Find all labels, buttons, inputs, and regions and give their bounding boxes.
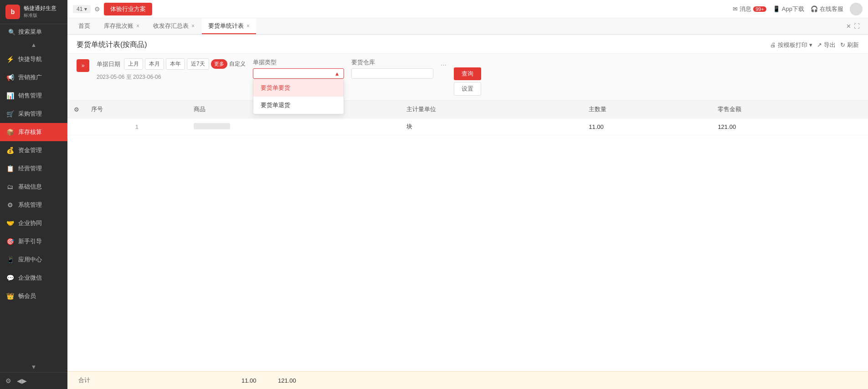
sidebar-search[interactable]: 🔍 搜索菜单 bbox=[0, 24, 67, 40]
cell-num: 1 bbox=[86, 118, 188, 135]
tab-receive-summary-close[interactable]: × bbox=[191, 23, 195, 29]
search-icon: 🔍 bbox=[8, 29, 15, 36]
type-filter-group: 单据类型 ▲ 要货单要货 要货单退货 bbox=[253, 58, 344, 79]
dropdown-item-order-return[interactable]: 要货单退货 bbox=[253, 97, 344, 114]
filter-expand-button[interactable]: » bbox=[77, 59, 89, 72]
sidebar-item-base-info[interactable]: 🗂 基础信息 bbox=[0, 178, 67, 196]
sidebar-item-sales[interactable]: 📊 销售管理 bbox=[0, 87, 67, 105]
purchase-icon: 🛒 bbox=[5, 109, 15, 118]
sidebar-item-purchase[interactable]: 🛒 采购管理 bbox=[0, 105, 67, 123]
sidebar-item-cooperation[interactable]: 🤝 企业协同 bbox=[0, 214, 67, 232]
online-service-label: 在线客服 bbox=[820, 5, 843, 13]
app-download-item[interactable]: 📱 App下载 bbox=[773, 5, 804, 13]
col-header-quantity: 主数量 bbox=[583, 101, 712, 118]
app-download-label: App下载 bbox=[782, 5, 804, 13]
topbar: 41 ▾ ⚙ 体验行业方案 ✉ 消息 99+ 📱 App下载 🎧 在线客服 bbox=[67, 0, 868, 18]
date-btn-this-month[interactable]: 本月 bbox=[145, 58, 164, 70]
cell-amount: 121.00 bbox=[712, 118, 868, 135]
content-area: 要货单统计表(按商品) 🖨 按模板打印 ▾ ↗ 导出 ↻ 刷新 » bbox=[67, 35, 868, 389]
settings-bottom-icon[interactable]: ⚙ bbox=[5, 377, 11, 384]
date-btn-more[interactable]: 更多 bbox=[211, 59, 227, 69]
col-header-num: 序号 bbox=[86, 101, 188, 118]
sidebar: b 畅捷通好生意 标准版 🔍 搜索菜单 ▲ ⚡ 快捷导航 📢 营销推广 📊 销售… bbox=[0, 0, 67, 389]
date-custom-label[interactable]: 自定义 bbox=[229, 60, 246, 68]
sidebar-logo: b 畅捷通好生意 标准版 bbox=[0, 0, 67, 24]
date-btn-this-year[interactable]: 本年 bbox=[166, 58, 185, 70]
tab-stock-batch-close[interactable]: × bbox=[136, 23, 139, 29]
online-service-item[interactable]: 🎧 在线客服 bbox=[811, 5, 843, 13]
query-button[interactable]: 查询 bbox=[454, 67, 481, 80]
sidebar-item-label: 库存核算 bbox=[18, 128, 42, 136]
cell-quantity: 11.00 bbox=[583, 118, 712, 135]
tab-receive-summary-label: 收发存汇总表 bbox=[153, 22, 189, 30]
refresh-action[interactable]: ↻ 刷新 bbox=[840, 41, 859, 49]
sidebar-item-system[interactable]: ⚙ 系统管理 bbox=[0, 196, 67, 214]
sidebar-item-label: 营销推广 bbox=[18, 73, 42, 82]
messages-item[interactable]: ✉ 消息 99+ bbox=[733, 5, 766, 13]
date-filter-label: 单据日期 bbox=[97, 60, 120, 68]
tab-close-all-icon[interactable]: ✕ bbox=[846, 23, 851, 30]
footer-quantity: 11.00 bbox=[241, 377, 278, 384]
sidebar-item-label: 基础信息 bbox=[18, 183, 42, 191]
sidebar-item-inventory[interactable]: 📦 库存核算 bbox=[0, 123, 67, 141]
sidebar-item-marketing[interactable]: 📢 营销推广 bbox=[0, 68, 67, 87]
sidebar-item-wechat[interactable]: 💬 企业微信 bbox=[0, 269, 67, 287]
scroll-up-arrow[interactable]: ▲ bbox=[0, 40, 67, 50]
col-header-settings[interactable]: ⚙ bbox=[67, 101, 86, 118]
user-avatar[interactable] bbox=[850, 3, 863, 15]
date-btn-last-month[interactable]: 上月 bbox=[124, 58, 143, 70]
tabbar: 首页 库存批次账 × 收发存汇总表 × 要货单统计表 × ✕ ⛶ bbox=[67, 18, 868, 35]
collapse-icon[interactable]: ◀▶ bbox=[17, 377, 27, 384]
base-info-icon: 🗂 bbox=[5, 182, 15, 191]
sidebar-item-finance[interactable]: 💰 资金管理 bbox=[0, 141, 67, 159]
date-range-display: 2023-05-06 至 2023-06-06 bbox=[97, 73, 246, 81]
main-area: 41 ▾ ⚙ 体验行业方案 ✉ 消息 99+ 📱 App下载 🎧 在线客服 bbox=[67, 0, 868, 389]
filter-action-buttons: 查询 设置 bbox=[454, 67, 481, 96]
col-header-unit: 主计量单位 bbox=[401, 101, 583, 118]
tab-home[interactable]: 首页 bbox=[72, 18, 97, 34]
filter-bar: » 单据日期 上月 本月 本年 近7天 更多 自定义 2023-05-06 至 … bbox=[67, 54, 868, 101]
operations-icon: 📋 bbox=[5, 164, 15, 173]
dropdown-item-order-goods[interactable]: 要货单要货 bbox=[253, 79, 344, 97]
topbar-left: 41 ▾ ⚙ 体验行业方案 bbox=[73, 3, 728, 15]
tab-fullscreen-icon[interactable]: ⛶ bbox=[854, 23, 860, 30]
tab-order-summary[interactable]: 要货单统计表 × bbox=[202, 18, 256, 34]
sidebar-item-quick-nav[interactable]: ⚡ 快捷导航 bbox=[0, 50, 67, 68]
tab-order-summary-close[interactable]: × bbox=[247, 23, 250, 29]
promo-button[interactable]: 体验行业方案 bbox=[104, 3, 152, 15]
topbar-settings-icon[interactable]: ⚙ bbox=[94, 5, 100, 13]
print-chevron-icon[interactable]: ▾ bbox=[809, 41, 812, 48]
type-filter-arrow-icon[interactable]: ▲ bbox=[334, 71, 340, 77]
tab-stock-batch[interactable]: 库存批次账 × bbox=[98, 18, 146, 34]
sidebar-search-label: 搜索菜单 bbox=[18, 28, 42, 36]
print-action[interactable]: 🖨 按模板打印 ▾ bbox=[770, 41, 812, 49]
type-filter-label: 单据类型 bbox=[253, 58, 344, 67]
sidebar-item-label: 经营管理 bbox=[18, 164, 42, 173]
tab-home-label: 首页 bbox=[78, 22, 90, 30]
filter-more-options-icon[interactable]: ··· bbox=[441, 61, 447, 69]
tab-receive-summary[interactable]: 收发存汇总表 × bbox=[147, 18, 201, 34]
tab-expand: ✕ ⛶ bbox=[842, 18, 863, 34]
type-filter-input[interactable] bbox=[257, 70, 334, 77]
date-btn-last-7days[interactable]: 近7天 bbox=[187, 58, 209, 70]
cell-settings bbox=[67, 118, 86, 135]
type-filter-input-box[interactable]: ▲ bbox=[253, 68, 344, 79]
warehouse-filter-input[interactable] bbox=[355, 70, 429, 77]
scroll-down-arrow[interactable]: ▼ bbox=[0, 362, 67, 372]
topbar-number: 41 ▾ bbox=[73, 5, 91, 13]
topbar-right: ✉ 消息 99+ 📱 App下载 🎧 在线客服 bbox=[733, 3, 863, 15]
settings-button[interactable]: 设置 bbox=[454, 82, 481, 96]
cooperation-icon: 🤝 bbox=[5, 219, 15, 228]
sidebar-item-app-center[interactable]: 📱 应用中心 bbox=[0, 251, 67, 269]
chevron-down-icon[interactable]: ▾ bbox=[84, 6, 87, 12]
sidebar-item-operations[interactable]: 📋 经营管理 bbox=[0, 159, 67, 178]
date-filter-row: 单据日期 上月 本月 本年 近7天 更多 自定义 bbox=[97, 58, 246, 70]
sidebar-item-vip[interactable]: 👑 畅会员 bbox=[0, 287, 67, 305]
warehouse-filter-input-box[interactable] bbox=[351, 68, 433, 79]
sidebar-item-newbie[interactable]: 🎯 新手引导 bbox=[0, 232, 67, 251]
vip-icon: 👑 bbox=[5, 292, 15, 301]
type-dropdown: 要货单要货 要货单退货 bbox=[253, 79, 344, 114]
export-action[interactable]: ↗ 导出 bbox=[817, 41, 836, 49]
warehouse-filter-label: 要货仓库 bbox=[351, 58, 433, 67]
system-icon: ⚙ bbox=[5, 200, 15, 210]
